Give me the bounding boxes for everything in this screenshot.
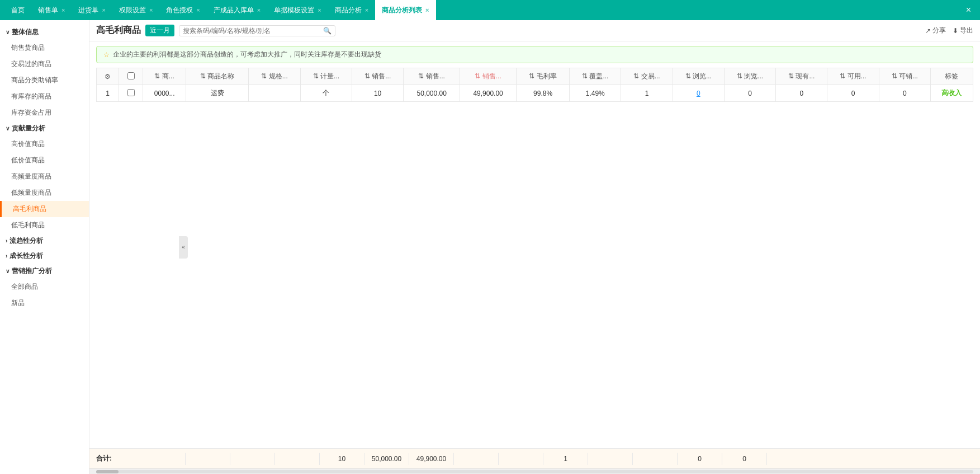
nav-template-close[interactable]: ×	[318, 7, 321, 13]
growth-section-label: 成长性分析	[10, 251, 43, 261]
col-unit[interactable]: ⇅ 计量...	[300, 68, 352, 85]
sort-icon: ⇅	[154, 72, 160, 80]
sidebar-item-low-value[interactable]: 低价值商品	[0, 152, 89, 168]
col-sales-qty[interactable]: ⇅ 销售...	[352, 68, 403, 85]
sidebar-item-traded-goods[interactable]: 交易过的商品	[0, 56, 89, 72]
sidebar-item-high-margin[interactable]: 高毛利商品	[0, 201, 89, 217]
nav-purchase-close[interactable]: ×	[102, 7, 105, 13]
col-saleable[interactable]: ⇅ 可销...	[879, 68, 930, 85]
scroll-thumb[interactable]	[96, 470, 119, 473]
sidebar-section-trend[interactable]: › 流趋性分析	[0, 233, 89, 248]
content-area: « 高毛利商品 近一月 🔍 ↗ 分享 ⬇ 导出 ☆ 企	[89, 20, 980, 474]
time-filter-button[interactable]: 近一月	[145, 25, 174, 36]
contribution-arrow: ∨	[6, 125, 10, 132]
col-gross-margin[interactable]: ⇅ 毛利率	[517, 68, 570, 85]
col-code[interactable]: ⇅ 商...	[143, 68, 186, 85]
nav-inventory[interactable]: 产成品入库单 ×	[207, 0, 267, 20]
col-views1[interactable]: ⇅ 浏览...	[673, 68, 724, 85]
page-title: 高毛利商品	[96, 25, 141, 36]
nav-analysis-list[interactable]: 商品分析列表 ×	[375, 0, 435, 20]
nav-analysis-list-close[interactable]: ×	[425, 7, 429, 13]
nav-sales-close[interactable]: ×	[61, 7, 65, 13]
col-coverage[interactable]: ⇅ 覆盖...	[570, 68, 621, 85]
cell-trade: 1	[621, 85, 673, 102]
cell-gross-margin: 99.8%	[517, 85, 570, 102]
sidebar-section-marketing[interactable]: ∨ 营销推广分析	[0, 264, 89, 279]
share-button[interactable]: ↗ 分享	[925, 26, 946, 35]
sidebar-item-high-freq[interactable]: 高频量度商品	[0, 168, 89, 185]
sidebar-section-growth[interactable]: › 成长性分析	[0, 248, 89, 264]
sort-icon-cov: ⇅	[582, 72, 588, 80]
col-checkbox[interactable]	[119, 68, 143, 85]
growth-arrow: ›	[6, 253, 7, 259]
search-input[interactable]	[183, 27, 323, 35]
sort-icon-unit: ⇅	[313, 72, 319, 80]
col-spec[interactable]: ⇅ 规格...	[249, 68, 300, 85]
table-row: 10000...运费个1050,000.0049,900.0099.8%1.49…	[97, 85, 973, 102]
horizontal-scrollbar[interactable]	[89, 468, 980, 474]
sort-icon-sa: ⇅	[418, 72, 424, 80]
nav-permission[interactable]: 权限设置 ×	[112, 0, 159, 20]
share-label: 分享	[932, 26, 946, 35]
close-all-tabs[interactable]: ×	[962, 5, 976, 15]
sort-icon-sl: ⇅	[892, 72, 897, 80]
col-views2[interactable]: ⇅ 浏览...	[724, 68, 775, 85]
sidebar-item-all-goods[interactable]: 全部商品	[0, 279, 89, 295]
sidebar-section-contribution[interactable]: ∨ 贡献量分析	[0, 121, 89, 136]
content-header: 高毛利商品 近一月 🔍 ↗ 分享 ⬇ 导出	[89, 20, 980, 41]
info-icon: ☆	[103, 51, 110, 59]
sidebar-item-high-value[interactable]: 高价值商品	[0, 136, 89, 152]
sidebar-item-low-margin[interactable]: 低毛利商品	[0, 217, 89, 233]
header-actions: ↗ 分享 ⬇ 导出	[925, 26, 973, 35]
col-tag[interactable]: 标签	[930, 68, 973, 85]
export-icon: ⬇	[953, 27, 958, 35]
nav-inventory-close[interactable]: ×	[257, 7, 261, 13]
select-all-checkbox[interactable]	[127, 72, 135, 79]
export-button[interactable]: ⬇ 导出	[953, 26, 973, 35]
scroll-track	[96, 470, 973, 473]
nav-permission-close[interactable]: ×	[149, 7, 153, 13]
nav-purchase[interactable]: 进货单 ×	[72, 0, 112, 20]
cell-sales-cost: 49,900.00	[460, 85, 517, 102]
col-current-stock[interactable]: ⇅ 现有...	[776, 68, 827, 85]
col-sales-amount[interactable]: ⇅ 销售...	[404, 68, 460, 85]
top-nav: 首页 销售单 × 进货单 × 权限设置 × 角色授权 × 产成品入库单 × 单据…	[0, 0, 980, 20]
nav-role[interactable]: 角色授权 ×	[159, 0, 206, 20]
nav-analysis[interactable]: 商品分析 ×	[328, 0, 375, 20]
sidebar-item-in-stock[interactable]: 有库存的商品	[0, 88, 89, 105]
sidebar-item-capital[interactable]: 库存资金占用	[0, 105, 89, 121]
footer-sales-amount: 50,000.00	[364, 453, 409, 465]
data-table: ⚙ ⇅ 商... ⇅ 商品名称 ⇅ 规格... ⇅ 计量... ⇅ 销售... …	[96, 68, 973, 102]
footer-spacer4	[275, 453, 320, 465]
col-name[interactable]: ⇅ 商品名称	[186, 68, 249, 85]
marketing-section-label: 营销推广分析	[12, 266, 52, 276]
sidebar-item-new-goods[interactable]: 新品	[0, 295, 89, 311]
nav-home[interactable]: 首页	[4, 0, 31, 20]
sort-icon-name: ⇅	[200, 72, 206, 80]
sort-icon-v2: ⇅	[737, 72, 742, 80]
col-settings[interactable]: ⚙	[97, 68, 119, 85]
nav-sales[interactable]: 销售单 ×	[31, 0, 72, 20]
search-icon[interactable]: 🔍	[323, 27, 332, 35]
nav-role-close[interactable]: ×	[196, 7, 200, 13]
sidebar: ∨ 整体信息 销售货商品 交易过的商品 商品分类助销率 有库存的商品 库存资金占…	[0, 20, 89, 474]
sort-icon-tr: ⇅	[633, 72, 639, 80]
nav-inventory-label: 产成品入库单	[214, 6, 254, 15]
col-sales-cost[interactable]: ⇅ 销售...	[460, 68, 517, 85]
cell-checkbox[interactable]	[119, 85, 143, 102]
col-available[interactable]: ⇅ 可用...	[827, 68, 879, 85]
sidebar-item-low-freq[interactable]: 低频量度商品	[0, 185, 89, 201]
sidebar-section-overall[interactable]: ∨ 整体信息	[0, 25, 89, 40]
nav-analysis-close[interactable]: ×	[365, 7, 368, 13]
sidebar-item-sales-goods[interactable]: 销售货商品	[0, 40, 89, 56]
cell-spec	[249, 85, 300, 102]
cell-views1[interactable]: 0	[673, 85, 724, 102]
col-trade[interactable]: ⇅ 交易...	[621, 68, 673, 85]
nav-template[interactable]: 单据模板设置 ×	[267, 0, 328, 20]
footer-cells: 10 50,000.00 49,900.00 1 0 0	[141, 453, 973, 465]
nav-sales-label: 销售单	[38, 6, 58, 15]
footer-spacer5	[454, 453, 499, 465]
sidebar-item-category-sales[interactable]: 商品分类助销率	[0, 72, 89, 88]
footer-current-stock: 0	[678, 453, 722, 465]
sidebar-collapse-button[interactable]: «	[179, 236, 188, 259]
